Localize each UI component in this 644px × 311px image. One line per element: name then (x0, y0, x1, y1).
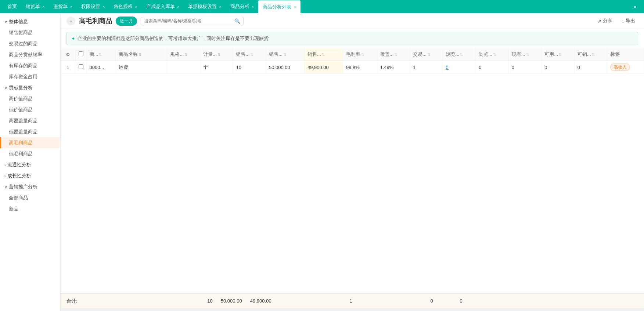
sidebar-item-contribution-rate[interactable]: 商品分贡献销率 (0, 49, 60, 60)
col-browse1[interactable]: 浏览... ⇅ (443, 48, 476, 61)
row-unit: 个 (200, 61, 233, 74)
footer-bar: 合计: 10 50,000.00 49,900.00 1 0 0 (61, 293, 644, 308)
arrow-growth-icon: › (4, 174, 6, 178)
sidebar-item-all-goods[interactable]: 全部商品 (0, 192, 60, 203)
close-template-tab[interactable]: × (219, 4, 221, 9)
close-product-entry-tab[interactable]: × (177, 4, 179, 9)
footer-available: 0 (436, 298, 465, 304)
sort-transaction-icon: ⇅ (427, 53, 430, 57)
sidebar-item-high-coverage[interactable]: 高覆盖量商品 (0, 115, 60, 126)
col-unit[interactable]: 计量... ⇅ (200, 48, 233, 61)
row-gross-rate: 99.8% (343, 61, 377, 74)
close-product-analysis-list-tab[interactable]: × (294, 5, 296, 9)
arrow-marketing-icon: ∨ (4, 185, 7, 189)
select-all-checkbox[interactable] (79, 51, 83, 56)
close-purchase-tab[interactable]: × (70, 4, 72, 9)
close-sales-tab[interactable]: × (42, 4, 44, 9)
nav-item-sales[interactable]: 销货单 × (21, 0, 49, 13)
arrow-overall-icon: ∨ (4, 19, 7, 24)
share-button[interactable]: ↗ 分享 (594, 16, 615, 26)
sidebar-item-low-coverage[interactable]: 低覆盖量商品 (0, 126, 60, 137)
col-browse2[interactable]: 浏览... ⇅ (476, 48, 509, 61)
row-coverage: 1.49% (377, 61, 410, 74)
nav-item-roles[interactable]: 角色授权 × (109, 0, 141, 13)
close-permissions-tab[interactable]: × (102, 4, 105, 9)
sidebar-item-stock-funds[interactable]: 库存资金占用 (0, 71, 60, 82)
col-saleable[interactable]: 可销... ⇅ (574, 48, 607, 61)
sort-spec-icon: ⇅ (184, 53, 187, 57)
sidebar-item-low-margin[interactable]: 低毛利商品 (0, 148, 60, 159)
row-checkbox-cell (75, 61, 86, 74)
col-current-stock[interactable]: 现有... ⇅ (508, 48, 542, 61)
sidebar-section-growth[interactable]: › 成长性分析 (0, 170, 60, 181)
sidebar-section-marketing[interactable]: ∨ 营销推广分析 (0, 181, 60, 192)
nav-item-product-analysis[interactable]: 商品分析 × (226, 0, 258, 13)
page-title: 高毛利商品 (79, 17, 112, 25)
footer-values: 10 50,000.00 49,900.00 1 0 0 (83, 298, 638, 304)
footer-sales-cost: 49,900.00 (245, 298, 274, 304)
footer-current-stock: 0 (407, 298, 436, 304)
nav-item-product-analysis-list[interactable]: 商品分析列表 × (258, 0, 300, 14)
search-input[interactable] (144, 18, 233, 23)
window-close-button[interactable]: × (629, 4, 641, 10)
nav-item-purchase[interactable]: 进货单 × (49, 0, 76, 13)
row-available: 0 (542, 61, 575, 74)
row-num: 1 (61, 61, 75, 74)
main-layout: ∨ 整体信息 销售货商品 交易过的商品 商品分贡献销率 有库存的商品 库存资金占… (0, 13, 644, 311)
sort-browse1-icon: ⇅ (460, 53, 463, 57)
sidebar-collapse-button[interactable]: « (66, 17, 75, 25)
sort-sales-cost-icon: ⇅ (322, 53, 325, 57)
bottom-scrollbar[interactable] (61, 308, 644, 311)
col-name[interactable]: 商品名称 ⇅ (116, 48, 167, 61)
table-container: ⚙ 商... ⇅ 商品名称 (61, 48, 644, 293)
search-box[interactable]: 🔍 (141, 17, 244, 25)
col-spec[interactable]: 规格... ⇅ (167, 48, 200, 61)
sidebar-section-liquidity[interactable]: › 流通性分析 (0, 159, 60, 170)
close-product-analysis-tab[interactable]: × (252, 4, 254, 9)
sidebar-item-in-stock[interactable]: 有库存的商品 (0, 60, 60, 71)
search-icon[interactable]: 🔍 (234, 18, 240, 24)
top-nav: 首页 销货单 × 进货单 × 权限设置 × 角色授权 × 产成品入库单 × 单据… (0, 0, 644, 13)
sort-name-icon: ⇅ (138, 53, 141, 57)
col-sales-amount[interactable]: 销售... ⇅ (266, 48, 305, 61)
row-sales-qty: 10 (233, 61, 266, 74)
sort-gross-rate-icon: ⇅ (361, 53, 364, 57)
info-icon: ✦ (71, 36, 75, 41)
collapse-icon: « (69, 18, 72, 24)
row-spec (167, 61, 200, 74)
sort-browse2-icon: ⇅ (493, 53, 496, 57)
sidebar-item-sales-goods[interactable]: 销售货商品 (0, 27, 60, 38)
col-available[interactable]: 可用... ⇅ (542, 48, 575, 61)
export-icon: ↓ (622, 18, 625, 24)
footer-label: 合计: (66, 298, 78, 304)
sort-saleable-icon: ⇅ (592, 53, 595, 57)
col-tag[interactable]: 标签 (607, 48, 644, 61)
sidebar-section-contribution[interactable]: ∨ 贡献量分析 (0, 82, 60, 93)
footer-sales-amount: 50,000.00 (216, 298, 245, 304)
close-roles-tab[interactable]: × (135, 4, 137, 9)
nav-item-template-settings[interactable]: 单据模板设置 × (184, 0, 226, 13)
row-checkbox[interactable] (79, 64, 83, 69)
col-settings[interactable]: ⚙ (61, 48, 75, 61)
sidebar-item-new-goods[interactable]: 新品 (0, 203, 60, 214)
export-button[interactable]: ↓ 导出 (619, 16, 638, 26)
nav-item-home[interactable]: 首页 (3, 0, 21, 13)
filter-last-month-button[interactable]: 近一月 (116, 17, 137, 26)
sidebar-item-high-value[interactable]: 高价值商品 (0, 93, 60, 104)
nav-item-product-entry[interactable]: 产成品入库单 × (142, 0, 184, 13)
nav-item-permissions[interactable]: 权限设置 × (77, 0, 109, 13)
col-transaction[interactable]: 交易... ⇅ (410, 48, 443, 61)
col-sales-qty[interactable]: 销售... ⇅ (233, 48, 266, 61)
products-table: ⚙ 商... ⇅ 商品名称 (61, 48, 644, 74)
table-header-row: ⚙ 商... ⇅ 商品名称 (61, 48, 644, 61)
col-code[interactable]: 商... ⇅ (86, 48, 116, 61)
share-icon: ↗ (597, 18, 601, 24)
row-browse1[interactable]: 0 (443, 61, 476, 74)
sidebar-item-low-value[interactable]: 低价值商品 (0, 104, 60, 115)
col-gross-rate[interactable]: 毛利率 ⇅ (343, 48, 377, 61)
col-sales-cost[interactable]: 销售... ⇅ (304, 48, 343, 61)
sidebar-section-overall[interactable]: ∨ 整体信息 (0, 16, 60, 27)
col-coverage[interactable]: 覆盖... ⇅ (377, 48, 410, 61)
sidebar-item-high-margin[interactable]: 高毛利商品 (0, 137, 60, 148)
sidebar-item-traded-goods[interactable]: 交易过的商品 (0, 38, 60, 49)
